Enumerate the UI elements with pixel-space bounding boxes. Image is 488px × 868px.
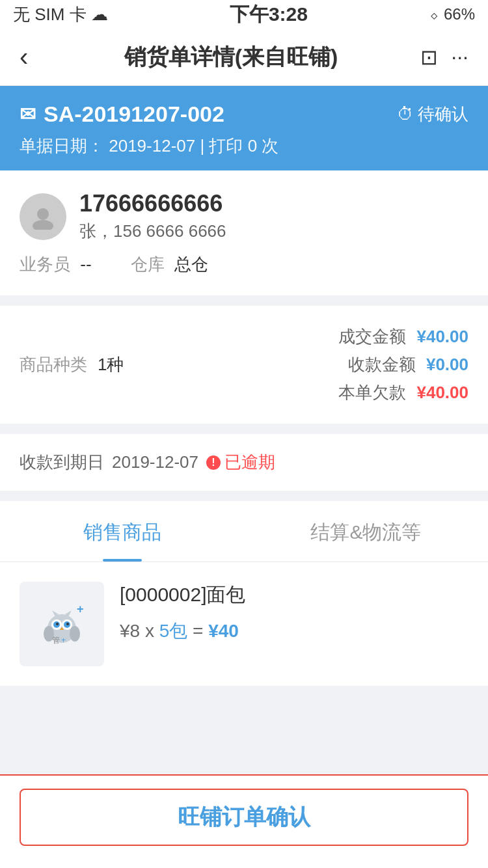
unit-price: ¥8 x	[120, 621, 159, 641]
overdue-icon: !	[206, 455, 221, 470]
order-date: 2019-12-07	[109, 136, 195, 156]
overdue-text: 已逾期	[224, 451, 275, 474]
order-status: ⏱ 待确认	[397, 103, 468, 126]
product-details: [0000002]面包 ¥8 x 5包 = ¥40	[120, 582, 468, 666]
tab-products-label: 销售商品	[83, 521, 161, 543]
order-date-row: 单据日期： 2019-12-07 | 打印 0 次	[20, 135, 468, 157]
product-type: 商品种类 1种	[20, 325, 244, 404]
svg-text:管: 管	[52, 636, 60, 645]
customer-meta: 业务员 -- 仓库 总仓	[20, 253, 468, 276]
status-text: 待确认	[418, 103, 468, 126]
nav-bar: ‹ 销货单详情(来自旺铺) ⊡ ···	[0, 29, 488, 86]
back-button[interactable]: ‹	[20, 42, 59, 72]
tabs-row: 销售商品 结算&物流等	[0, 501, 488, 562]
debt-amount-row: 本单欠款 ¥40.00	[338, 381, 468, 404]
date-label: 单据日期：	[20, 136, 104, 156]
deal-amount-row: 成交金额 ¥40.00	[338, 325, 468, 348]
product-thumbnail: + 管 +	[20, 582, 104, 666]
received-amount-row: 收款金额 ¥0.00	[348, 353, 468, 376]
page-title: 销货单详情(来自旺铺)	[59, 42, 403, 72]
received-label: 收款金额	[348, 353, 416, 376]
product-name: [0000002]面包	[120, 582, 468, 608]
svg-text:+: +	[77, 603, 84, 616]
order-header-banner: ✉ SA-20191207-002 ⏱ 待确认 单据日期： 2019-12-07…	[0, 86, 488, 170]
product-type-value: 1种	[98, 353, 124, 376]
svg-text:+: +	[61, 636, 66, 645]
product-qty: 5包	[159, 621, 188, 641]
sales-label: 业务员	[20, 254, 70, 274]
deal-amount-value: ¥40.00	[416, 327, 468, 347]
battery-level: 66%	[444, 5, 475, 23]
product-price: ¥8 x 5包 = ¥40	[120, 619, 468, 644]
svg-point-8	[66, 623, 69, 625]
customer-avatar	[20, 193, 66, 240]
summary-section: 商品种类 1种 成交金额 ¥40.00 收款金额 ¥0.00 本单欠款 ¥40.…	[0, 306, 488, 424]
sales-value: --	[80, 254, 91, 274]
due-date-value: 2019-12-07	[112, 452, 198, 472]
order-id-text: SA-20191207-002	[44, 102, 224, 127]
equals-sign: =	[187, 621, 208, 641]
tab-products[interactable]: 销售商品	[0, 501, 244, 562]
received-value: ¥0.00	[426, 355, 468, 375]
customer-section: 17666666666 张，156 6666 6666 业务员 -- 仓库 总仓	[0, 170, 488, 295]
tab-settlement[interactable]: 结算&物流等	[244, 501, 488, 562]
share-icon[interactable]: ⊡	[420, 45, 438, 70]
order-icon: ✉	[20, 103, 36, 126]
svg-point-13	[70, 626, 80, 642]
tab-settlement-label: 结算&物流等	[310, 521, 421, 543]
print-count: | 打印 0 次	[200, 136, 278, 156]
status-bar-left: 无 SIM 卡 ☁	[13, 3, 108, 26]
product-total: ¥40	[208, 621, 239, 641]
more-icon[interactable]: ···	[451, 45, 468, 69]
overdue-badge: ! 已逾期	[206, 451, 275, 474]
debt-label: 本单欠款	[338, 381, 406, 404]
status-bar-time: 下午3:28	[230, 1, 308, 28]
due-date-section: 收款到期日 2019-12-07 ! 已逾期	[0, 434, 488, 491]
nav-right-actions: ⊡ ···	[403, 45, 468, 70]
warehouse-value: 总仓	[174, 254, 208, 274]
order-id: ✉ SA-20191207-002	[20, 102, 224, 127]
customer-phone: 17666666666	[79, 190, 226, 217]
svg-point-0	[37, 208, 49, 220]
sim-status: 无 SIM 卡 ☁	[13, 3, 108, 26]
warehouse: 仓库 总仓	[131, 253, 208, 276]
tabs-section: 销售商品 结算&物流等	[0, 501, 488, 686]
amount-summary: 成交金额 ¥40.00 收款金额 ¥0.00 本单欠款 ¥40.00	[244, 325, 468, 404]
svg-point-1	[33, 220, 53, 230]
bottom-button-area: 旺铺订单确认	[0, 774, 488, 868]
status-bar-right: ⬦ 66%	[429, 5, 475, 23]
confirm-order-button[interactable]: 旺铺订单确认	[20, 789, 468, 846]
sales-person: 业务员 --	[20, 253, 92, 276]
product-type-label: 商品种类	[20, 353, 87, 376]
status-clock-icon: ⏱	[397, 104, 414, 124]
svg-point-7	[56, 623, 59, 625]
warehouse-label: 仓库	[131, 254, 165, 274]
customer-name: 张，156 6666 6666	[79, 220, 226, 243]
deal-amount-label: 成交金额	[338, 325, 406, 348]
debt-value: ¥40.00	[416, 383, 468, 403]
product-item: + 管 + [0000002]面包 ¥8 x 5包 = ¥40	[0, 562, 488, 686]
due-date-label: 收款到期日	[20, 451, 104, 474]
status-bar: 无 SIM 卡 ☁ 下午3:28 ⬦ 66%	[0, 0, 488, 29]
battery-icon: ⬦	[429, 5, 439, 23]
